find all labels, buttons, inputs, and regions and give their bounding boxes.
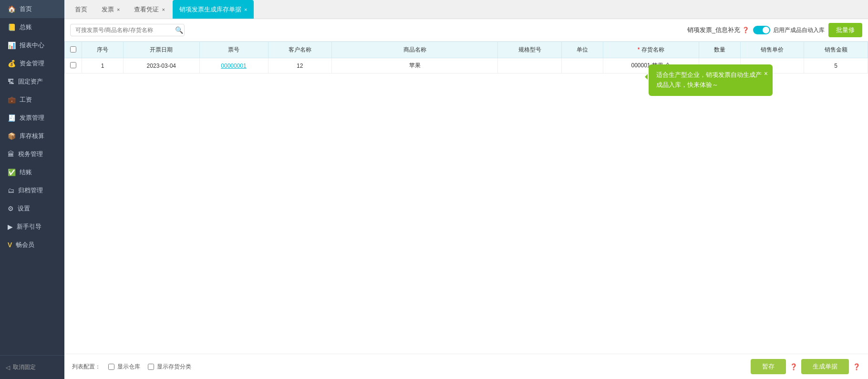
cancel-pin-action[interactable]: ◁ 取消固定 [0,359,64,375]
sidebar-item-archive[interactable]: 🗂 归档管理 [0,181,64,200]
show-category-checkbox[interactable] [148,364,154,370]
th-customer: 客户名称 [268,42,332,58]
th-amount: 销售金额 [804,42,868,58]
cell-seq: 1 [82,58,124,74]
toolbar-left: 🔍 [70,24,183,36]
sidebar-item-home[interactable]: 🏠 首页 [0,0,64,18]
sidebar-label-salary: 工资 [20,95,32,104]
sidebar-item-settings[interactable]: ⚙ 设置 [0,200,64,218]
tab-home-label: 首页 [75,5,87,14]
invoice-icon: 🧾 [8,114,16,122]
show-category-label: 显示存货分类 [157,363,191,371]
show-warehouse-label: 显示仓库 [117,363,140,371]
tab-voucher-label: 查看凭证 [134,5,159,14]
row-checkbox[interactable] [70,62,76,68]
info-label: 销项发票_信息补充 ❓ [687,26,749,34]
tooltip-close-button[interactable]: × [764,68,768,79]
sidebar-item-assets[interactable]: 🏗 固定资产 [0,73,64,91]
info-help-icon[interactable]: ❓ [742,27,749,33]
cell-product: 苹果 [332,58,498,74]
sidebar-label-assets: 固定资产 [18,77,43,86]
toggle-label: 启用产成品自动入库 [773,26,825,34]
toggle-wrapper: 启用产成品自动入库 [753,26,825,34]
footer-right: 暂存 ❓ 生成单据 ❓ [751,359,860,374]
footer-left: 列表配置： 显示仓库 显示存货分类 [72,363,191,371]
search-button[interactable]: 🔍 [175,26,183,34]
sidebar-item-inventory[interactable]: 📦 库存核算 [0,127,64,145]
ticket-no-link[interactable]: 00000001 [221,63,246,69]
show-warehouse-group: 显示仓库 [108,363,140,371]
list-config-label: 列表配置： [72,363,101,371]
generate-help-icon[interactable]: ❓ [853,363,860,370]
sidebar-label-invoice: 发票管理 [20,114,44,122]
th-inventory: * 存货名称 [603,42,699,58]
sidebar-item-salary[interactable]: 💼 工资 [0,91,64,109]
sidebar-item-tax[interactable]: 🏛 税务管理 [0,145,64,163]
tab-voucher-close[interactable]: × [162,7,165,12]
sidebar-label-funds: 资金管理 [20,59,44,68]
assets-icon: 🏗 [8,78,14,85]
cell-unit [561,58,603,74]
tab-invoice-close[interactable]: × [117,7,120,12]
archive-icon: 🗂 [8,187,14,194]
auto-warehouse-toggle[interactable] [753,26,770,34]
sidebar-label-settings: 设置 [18,204,30,213]
sidebar-label-inventory: 库存核算 [20,132,44,140]
info-label-text: 销项发票_信息补充 [687,26,740,34]
sidebar-item-guide[interactable]: ▶ 新手引导 [0,218,64,236]
inventory-icon: 📦 [8,132,16,140]
batch-button[interactable]: 批量修 [828,23,862,37]
row-checkbox-td [65,58,82,74]
tab-home[interactable]: 首页 [68,0,94,19]
sidebar-item-ledger[interactable]: 📒 总账 [0,18,64,36]
sidebar-item-vip[interactable]: V 畅会员 [0,236,64,254]
funds-icon: 💰 [8,60,16,67]
sidebar-item-reports[interactable]: 📊 报表中心 [0,36,64,54]
th-unit: 单位 [561,42,603,58]
sidebar-label-archive: 归档管理 [18,186,43,195]
ledger-icon: 📒 [8,23,16,31]
sidebar-label-tax: 税务管理 [18,150,43,158]
sidebar-label-vip: 畅会员 [16,241,34,249]
tab-cancel-invoice[interactable]: 销项发票生成库存单据 × [173,0,254,19]
footer: 列表配置： 显示仓库 显示存货分类 暂存 ❓ 生成单据 ❓ [64,354,868,379]
cell-ticket-no[interactable]: 00000001 [199,58,268,74]
toolbar-right: 销项发票_信息补充 ❓ 启用产成品自动入库 批量修 [687,23,862,37]
sidebar-label-home: 首页 [20,5,32,13]
th-product: 商品名称 [332,42,498,58]
sidebar-label-settle: 结账 [20,168,32,177]
sidebar-label-guide: 新手引导 [17,222,41,231]
th-ticket-no: 票号 [199,42,268,58]
save-help-icon[interactable]: ❓ [790,363,797,370]
tab-voucher[interactable]: 查看凭证 × [127,0,171,19]
pin-icon: ◁ [6,364,10,371]
search-input[interactable] [70,24,185,36]
sidebar-label-ledger: 总账 [20,23,32,32]
th-model: 规格型号 [498,42,562,58]
salary-icon: 💼 [8,96,16,104]
tooltip-bubble: × 适合生产型企业，销项发票自动生成产成品入库，快来体验～ [649,64,773,96]
sidebar-label-reports: 报表中心 [20,41,44,50]
show-warehouse-checkbox[interactable] [108,364,114,370]
th-open-date: 开票日期 [124,42,199,58]
sidebar-item-settle[interactable]: ✅ 结账 [0,163,64,181]
tab-bar: 首页 发票 × 查看凭证 × 销项发票生成库存单据 × [64,0,868,19]
select-all-checkbox[interactable] [70,46,76,53]
tax-icon: 🏛 [8,150,14,158]
main-content: 🔍 销项发票_信息补充 ❓ 启用产成品自动入库 批量修 [64,19,868,379]
th-seq: 序号 [82,42,124,58]
tab-invoice-label: 发票 [102,5,114,14]
sidebar-bottom: ◁ 取消固定 [0,355,64,379]
settings-icon: ⚙ [8,205,14,212]
reports-icon: 📊 [8,42,16,49]
sidebar-item-funds[interactable]: 💰 资金管理 [0,54,64,73]
vip-icon: V [8,241,12,249]
tab-cancel-invoice-close[interactable]: × [244,7,247,12]
th-qty: 数量 [699,42,740,58]
tab-invoice[interactable]: 发票 × [95,0,126,19]
sidebar-item-invoice[interactable]: 🧾 发票管理 [0,109,64,127]
save-btn[interactable]: 暂存 [751,359,786,374]
table-header-row: 序号 开票日期 票号 客户名称 商品名称 规格型号 单位 * 存货名称 数量 销… [65,42,868,58]
toolbar: 🔍 销项发票_信息补充 ❓ 启用产成品自动入库 批量修 [64,19,868,42]
generate-btn[interactable]: 生成单据 [801,359,849,374]
